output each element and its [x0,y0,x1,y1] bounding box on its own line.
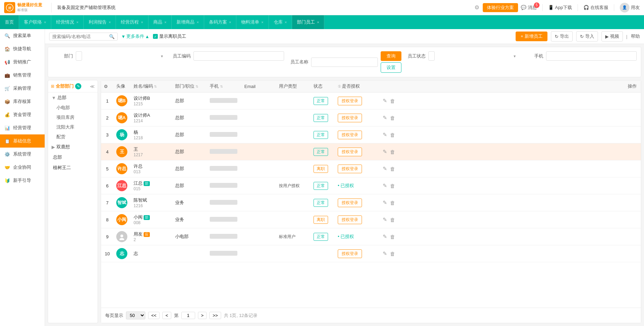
close-icon[interactable]: × [109,20,111,24]
auth-login-button[interactable]: 授权登录 [338,215,362,224]
dept-select[interactable] [76,51,82,61]
delete-icon[interactable]: 🗑 [390,251,395,257]
edit-icon[interactable]: ✎ [383,234,387,240]
edit-icon[interactable]: ✎ [383,250,387,257]
search-icon[interactable]: 🔍 [109,34,115,39]
prev-page-btn[interactable]: < [162,312,171,319]
auth-login-button[interactable]: 授权登录 [338,165,362,173]
edit-icon[interactable]: ✎ [383,98,387,104]
tab-barcode[interactable]: 条码方案× [204,15,236,29]
dept-child-shenyang[interactable]: 沈阳大库 [48,122,98,132]
emp-name-input[interactable] [311,58,378,67]
edit-icon[interactable]: ✎ [383,115,387,121]
next-page-btn[interactable]: > [198,312,207,319]
set-button[interactable]: 设置 [381,62,401,73]
nav-item-guide[interactable]: 🔰 新手引导 [0,174,45,187]
auth-login-button[interactable]: 授权登录 [338,131,362,139]
dept-node-zongbu[interactable]: 总部 [48,152,98,162]
auth-login-button[interactable]: 授权登录 [338,148,362,156]
app-download-btn[interactable]: 📱 App下载 [548,5,572,11]
nav-item-quick-nav[interactable]: 🏠 快捷导航 [0,42,45,55]
nav-item-marketing[interactable]: 📢 营销推广 [0,55,45,69]
close-icon[interactable]: × [229,20,231,24]
edit-icon[interactable]: ✎ [383,217,387,223]
close-icon[interactable]: × [317,20,319,24]
user-menu-btn[interactable]: 👤 用友 [620,3,640,12]
close-icon[interactable]: × [164,20,166,24]
edit-icon[interactable]: ✎ [383,200,387,206]
delete-icon[interactable]: 🗑 [390,166,395,172]
dept-node-head[interactable]: ▼ 总部 [48,92,98,103]
tab-operations[interactable]: 经营情况× [51,15,83,29]
tab-history[interactable]: 经营历程× [116,15,148,29]
col-name-code[interactable]: 姓名/编码 ⇅ [131,80,172,92]
delete-icon[interactable]: 🗑 [390,115,395,121]
page-input[interactable] [181,312,195,319]
nav-item-search[interactable]: 🔍 搜索菜单 [0,29,45,42]
nav-item-sales[interactable]: 💼 销售管理 [0,69,45,82]
dept-node-shuanglu[interactable]: ▶ 双鹿想 [48,142,98,152]
more-conditions-btn[interactable]: ▼ 更多条件 ▲ [121,33,149,39]
nav-item-inventory[interactable]: 📦 库存核算 [0,95,45,108]
dept-child-xiao[interactable]: 小电部 [48,103,98,113]
help-btn[interactable]: 帮助 [631,33,640,39]
emp-code-input[interactable] [193,51,284,61]
tab-warehouse[interactable]: 仓库× [269,15,292,29]
show-resigned-toggle[interactable]: ✓ 显示离职员工 [153,33,186,39]
auth-login-button[interactable]: 授权登录 [338,199,362,207]
edit-dept-button[interactable]: ✎ [75,83,81,89]
message-btn[interactable]: 💬 消息 5 [521,5,537,11]
close-icon[interactable]: × [197,20,199,24]
col-phone[interactable]: 手机 ⇅ [207,80,242,92]
nav-item-finance[interactable]: 💰 资金管理 [0,108,45,121]
phone-input[interactable] [546,51,637,61]
last-page-btn[interactable]: >> [209,312,221,319]
delete-icon[interactable]: 🗑 [390,149,395,155]
tab-home[interactable]: 首页 [0,15,19,29]
delete-icon[interactable]: 🗑 [390,200,395,206]
auth-login-button[interactable]: 授权登录 [338,97,362,105]
nav-item-enterprise[interactable]: 🤝 企业协同 [0,161,45,174]
delete-icon[interactable]: 🗑 [390,132,395,138]
close-icon[interactable]: × [285,20,287,24]
nav-item-system[interactable]: ⚙️ 系统管理 [0,148,45,161]
col-settings[interactable]: ⚙ [101,80,114,92]
edit-icon[interactable]: ✎ [383,183,387,189]
close-icon[interactable]: × [44,20,46,24]
auth-login-button[interactable]: 授权登录 [338,249,362,258]
close-icon[interactable]: × [76,20,78,24]
dept-child-proj[interactable]: 项目库房 [48,113,98,122]
tab-goods[interactable]: 商品× [148,15,172,29]
collapse-tree-button[interactable]: ≪ [90,84,95,89]
edit-icon[interactable]: ✎ [383,166,387,172]
import-button[interactable]: ↻ 导入 [576,31,598,42]
delete-icon[interactable]: 🗑 [390,217,395,223]
auth-login-button[interactable]: 授权登录 [338,114,362,122]
tab-customer[interactable]: 客户联络× [19,15,51,29]
dept-node-zhishu[interactable]: 植树王二 [48,162,98,173]
close-icon[interactable]: × [141,20,143,24]
add-employee-button[interactable]: + 新增员工 [516,32,547,41]
dept-child-peihu[interactable]: 配货 [48,132,98,142]
first-page-btn[interactable]: << [148,312,160,319]
status-select[interactable] [428,51,435,61]
delete-icon[interactable]: 🗑 [390,98,395,104]
delete-icon[interactable]: 🗑 [390,234,395,240]
close-icon[interactable]: × [261,20,263,24]
experience-btn[interactable]: 体验行业方案 [483,3,518,12]
nav-item-basic[interactable]: 📋 基础信息 [0,134,45,148]
nav-item-purchase[interactable]: 🛒 采购管理 [0,82,45,95]
edit-icon[interactable]: ✎ [383,132,387,138]
page-size-select[interactable]: 50 100 [126,311,145,319]
tab-add-goods[interactable]: 新增商品× [172,15,204,29]
tab-bom[interactable]: 物料清单× [236,15,269,29]
nav-item-operations[interactable]: 📊 经营管理 [0,121,45,134]
tab-profit[interactable]: 利润报告× [84,15,116,29]
search-input[interactable] [52,34,108,39]
search-button[interactable]: 查询 [381,51,401,61]
col-dept[interactable]: 部门/职位 ⇅ [172,80,207,92]
settings-gear-button[interactable]: ⚙ [474,3,480,11]
tab-employees[interactable]: 部门员工× [292,15,324,29]
export-button[interactable]: ↻ 导出 [551,31,573,42]
edit-icon[interactable]: ✎ [383,149,387,155]
